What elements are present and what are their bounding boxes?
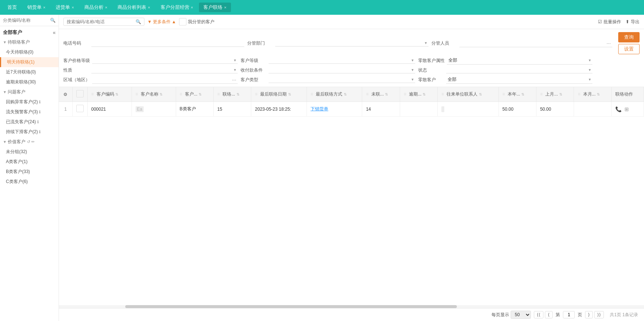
cell-checkbox[interactable] (72, 102, 87, 117)
sidebar-search-input[interactable] (3, 18, 49, 23)
nav-product-list-close[interactable]: × (148, 5, 150, 10)
nav-purchase-label: 进货单 (56, 4, 70, 11)
last-page-btn[interactable]: ⟩⟩ (594, 311, 604, 318)
filter-phone-input[interactable] (91, 40, 244, 47)
settings-icon[interactable]: ⚙ (63, 92, 67, 97)
sidebar-item-churned[interactable]: 已流失客户(24) ℹ (0, 117, 59, 127)
phone-icon[interactable]: 📞 (615, 106, 622, 112)
my-customers-filter[interactable]: 我分管的客户 (179, 18, 214, 25)
next-page-btn[interactable]: ⟩ (585, 311, 593, 318)
batch-operation-btn[interactable]: ☑ 批量操作 (598, 19, 621, 25)
filter-scatter-attr-select[interactable]: 全部 ▾ (447, 56, 592, 65)
last-method-link[interactable]: 下销货单 (311, 106, 328, 111)
nav-home[interactable]: 首页 (3, 3, 21, 12)
query-button[interactable]: 查询 (618, 32, 640, 42)
search-input[interactable] (67, 19, 134, 24)
sidebar-all-customers[interactable]: 全部客户 « (0, 26, 59, 37)
col-last-month[interactable]: ≡ 上月... ⇅ (536, 87, 574, 102)
col-code[interactable]: ≡ 客户编码 ⇅ (87, 87, 132, 102)
sidebar-item-class-b[interactable]: B类客户(33) (0, 167, 59, 177)
my-customers-checkbox[interactable] (179, 18, 186, 25)
sidebar-item-overdue-label: 逾期未联络(30) (6, 79, 36, 84)
col-unlisted[interactable]: ≡ 未联... ⇅ (362, 87, 400, 102)
more-conditions-btn[interactable]: ▼ 更多条件 ▲ (147, 19, 176, 25)
filter-icon: ▼ (147, 19, 152, 24)
cell-last-date: 2023-05-23 18:25: (251, 102, 307, 117)
sidebar-item-ungroup[interactable]: 未分组(32) (0, 147, 59, 157)
col-name[interactable]: ≡ 客户名称 ⇅ (132, 87, 176, 102)
sidebar-item-class-a-label: A类客户(1) (6, 159, 28, 164)
col-contacts2[interactable]: ≡ 往来单位联系人 ⇅ (437, 87, 498, 102)
sidebar-search-bar[interactable]: 🔍 (0, 15, 59, 26)
total-records-label: 共1页 1条记录 (610, 312, 638, 318)
page-size-select[interactable]: 50 20 100 (511, 311, 531, 319)
sidebar-item-7days[interactable]: 近7天待联络(0) (0, 67, 59, 77)
nav-customer-segment[interactable]: 客户分层经营 × (156, 3, 197, 12)
filter-status-select[interactable]: ▾ (446, 67, 592, 73)
sidebar-group-value-label: 价值客户 (8, 139, 25, 144)
col-this-year[interactable]: ≡ 本年... ⇅ (498, 87, 536, 102)
filter-payment-select[interactable]: ▾ (269, 67, 415, 73)
sidebar-item-class-c[interactable]: C类客户(6) (0, 177, 59, 187)
search-icon[interactable]: 🔍 (136, 19, 141, 24)
col-contacts[interactable]: ≡ 联络... ⇅ (213, 87, 251, 102)
first-page-btn[interactable]: ⟨⟨ (534, 311, 543, 318)
grid-icon[interactable]: ⊞ (624, 106, 629, 112)
filter-dept-select[interactable]: ▾ (275, 40, 428, 46)
prev-page-btn[interactable]: ⟨ (545, 311, 553, 318)
col-type[interactable]: ≡ 客户... ⇅ (176, 87, 213, 102)
filter-customer-level-select[interactable]: ▾ (269, 57, 415, 64)
sidebar-search-icon[interactable]: 🔍 (50, 18, 56, 23)
sort-icon-name: ⇅ (160, 92, 162, 96)
col-contacts2-label: 往来单位联系人 (447, 92, 477, 97)
filter-nature-select[interactable]: ▾ (91, 67, 238, 73)
sort-icon-overdue: ⇅ (423, 92, 426, 96)
sidebar-item-today[interactable]: 今天待联络(0) (0, 47, 59, 57)
sidebar-item-declining-label: 持续下滑客户(2) (6, 129, 38, 134)
nav-customer-contact-close[interactable]: × (224, 5, 226, 10)
col-settings[interactable]: ⚙ (59, 87, 72, 102)
sidebar-item-abnormal[interactable]: 回购异常客户(2) ℹ (0, 97, 59, 107)
nav-sales-close[interactable]: × (43, 5, 45, 10)
set-button[interactable]: 设置 (618, 44, 640, 54)
filter-scatter-customer-select[interactable]: 全部 ▾ (446, 76, 592, 84)
nav-product-analysis-list[interactable]: 商品分析列表 × (113, 3, 154, 12)
nav-product-analysis[interactable]: 商品分析 × (80, 3, 112, 12)
filter-price-select[interactable]: ▾ (92, 57, 238, 64)
col-last-date[interactable]: ≡ 最后联络日期 ⇅ (251, 87, 307, 102)
select-all-checkbox[interactable] (76, 90, 84, 97)
sidebar-item-declining[interactable]: 持续下滑客户(2) ℹ (0, 127, 59, 137)
nav-customer-segment-close[interactable]: × (191, 5, 193, 10)
sidebar-item-class-a[interactable]: A类客户(1) (0, 157, 59, 167)
sidebar-group-pending-label: 待联络客户 (8, 39, 30, 45)
col-this-month[interactable]: ≡ 本月... ⇅ (574, 87, 612, 102)
col-last-method[interactable]: ≡ 最后联络方式 ⇅ (307, 87, 362, 102)
nav-customer-contact[interactable]: 客户联络 × (199, 3, 231, 12)
col-overdue[interactable]: ≡ 逾期... ⇅ (400, 87, 437, 102)
nav-product-analysis-close[interactable]: × (105, 5, 107, 10)
cell-last-method[interactable]: 下销货单 (307, 102, 362, 117)
dots-icon[interactable]: ··· (606, 40, 611, 46)
horizontal-scrollbar[interactable] (59, 305, 644, 308)
dots-icon[interactable]: ··· (232, 77, 237, 83)
sidebar-group-problem-label: 问题客户 (8, 89, 25, 94)
chevron-down-icon: ▾ (412, 58, 414, 63)
search-field[interactable]: 🔍 (63, 18, 144, 26)
page-input[interactable] (563, 311, 575, 318)
col-checkbox[interactable] (72, 87, 87, 102)
scrollbar-thumb[interactable] (125, 305, 457, 308)
export-btn[interactable]: ⬆ 导出 (626, 19, 640, 25)
filter-status: 状态 ▾ (418, 67, 592, 73)
row-checkbox[interactable] (76, 105, 84, 112)
nav-purchase-close[interactable]: × (71, 5, 74, 10)
sidebar-group-value[interactable]: ▼ 价值客户 ↺ ✏ (0, 137, 59, 147)
sidebar-item-churn-warn[interactable]: 流失预警客户(3) ℹ (0, 107, 59, 117)
filter-customer-type-select[interactable]: ▾ (269, 76, 415, 83)
sidebar-item-tomorrow[interactable]: 明天待联络(1) (0, 57, 59, 67)
nav-purchase-order[interactable]: 进货单 × (51, 3, 78, 12)
sidebar-group-problem[interactable]: ▼ 问题客户 (0, 87, 59, 97)
sidebar-group-pending[interactable]: ▼ 待联络客户 (0, 37, 59, 47)
sidebar-item-overdue[interactable]: 逾期未联络(30) (0, 77, 59, 87)
sidebar-collapse-icon[interactable]: « (53, 30, 56, 35)
nav-sales-order[interactable]: 销货单 × (23, 3, 50, 12)
